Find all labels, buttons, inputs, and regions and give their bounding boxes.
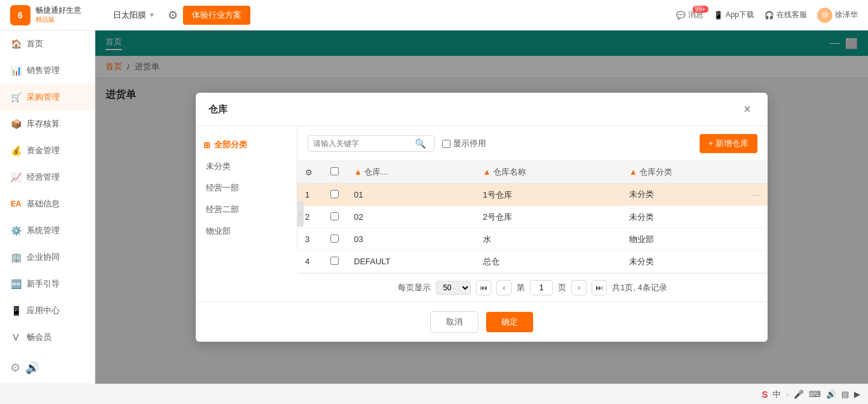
gear-settings-icon[interactable]: ⚙ bbox=[168, 8, 178, 22]
online-service-item[interactable]: 🎧 在线客服 bbox=[764, 10, 807, 20]
sidebar-label-sales: 销售管理 bbox=[27, 65, 60, 76]
mic-icon[interactable]: 🎤 bbox=[794, 389, 804, 399]
category-all-label: 全部分类 bbox=[214, 139, 247, 151]
inventory-icon: 📦 bbox=[10, 118, 22, 130]
row-checkbox-cell bbox=[323, 206, 346, 228]
logo-sub: 精品版 bbox=[36, 15, 81, 24]
s-logo-icon: S bbox=[762, 389, 768, 400]
pagination: 每页显示 50 10 20 100 ⏮ ‹ 第 页 bbox=[297, 273, 768, 302]
row-index: 3 bbox=[297, 228, 323, 250]
appcenter-icon: 📱 bbox=[10, 305, 22, 316]
user-item[interactable]: 徐 徐泽华 bbox=[817, 8, 858, 23]
finance-icon: 💰 bbox=[10, 145, 22, 156]
sidebar-item-sales[interactable]: 📊 销售管理 bbox=[0, 57, 95, 84]
modal-header: 仓库 × bbox=[196, 93, 768, 126]
category-item-0[interactable]: 未分类 bbox=[196, 156, 297, 177]
settings-bottom-icon[interactable]: ⚙ bbox=[10, 361, 20, 375]
th-code: ▲ 仓库... bbox=[346, 161, 475, 184]
category-item-2[interactable]: 经营二部 bbox=[196, 199, 297, 220]
select-all-checkbox[interactable] bbox=[330, 167, 339, 175]
collapse-chevron-icon: ‹ bbox=[300, 211, 302, 217]
sidebar-item-appcenter[interactable]: 📱 应用中心 bbox=[0, 297, 95, 324]
logo-area: 6 畅捷通好生意 精品版 bbox=[10, 5, 105, 25]
sidebar-label-enterprise: 企业协同 bbox=[27, 252, 60, 263]
sidebar-item-guide[interactable]: 🆕 新手引导 bbox=[0, 271, 95, 297]
th-checkbox bbox=[323, 161, 346, 184]
sidebar-item-purchase[interactable]: 🛒 采购管理 bbox=[0, 84, 95, 111]
cancel-button[interactable]: 取消 bbox=[430, 311, 478, 333]
sidebar-item-basic[interactable]: EA 基础信息 bbox=[0, 191, 95, 217]
sidebar-label-guide: 新手引导 bbox=[27, 278, 60, 290]
warehouse-modal: 仓库 × ⊞ 全部分类 未分类 经营一部 经营 bbox=[196, 93, 768, 342]
search-input[interactable] bbox=[313, 139, 415, 148]
category-collapse-button[interactable]: ‹ bbox=[297, 201, 304, 227]
page-input[interactable] bbox=[530, 280, 553, 295]
sidebar-item-member[interactable]: V 畅会员 bbox=[0, 324, 95, 351]
speaker-icon[interactable]: 🔊 bbox=[826, 389, 836, 399]
table-row: 4 DEFAULT 总仓 未分类 bbox=[297, 250, 768, 273]
modal-overlay: 仓库 × ⊞ 全部分类 未分类 经营一部 经营 bbox=[95, 30, 868, 404]
search-box: 🔍 bbox=[308, 135, 435, 152]
store-selector[interactable]: 日太阳膜 ▼ bbox=[105, 10, 163, 21]
sidebar-label-appcenter: 应用中心 bbox=[27, 305, 60, 316]
add-warehouse-button[interactable]: + 新增仓库 bbox=[700, 134, 757, 153]
modal-close-button[interactable]: × bbox=[740, 102, 755, 117]
sidebar-item-home[interactable]: 🏠 首页 bbox=[0, 30, 95, 57]
th-name: ▲ 仓库名称 bbox=[475, 161, 621, 184]
row-code: 02 bbox=[346, 206, 475, 228]
sidebar-label-member: 畅会员 bbox=[27, 332, 51, 343]
try-industry-button[interactable]: 体验行业方案 bbox=[183, 6, 250, 25]
row-checkbox[interactable] bbox=[330, 190, 339, 198]
store-name: 日太阳膜 bbox=[113, 10, 146, 21]
grid-icon[interactable]: ▤ bbox=[841, 389, 849, 399]
sidebar-item-inventory[interactable]: 📦 库存核算 bbox=[0, 111, 95, 137]
category-all[interactable]: ⊞ 全部分类 bbox=[196, 134, 297, 156]
guide-icon: 🆕 bbox=[10, 278, 22, 290]
modal-title: 仓库 bbox=[208, 104, 227, 116]
sidebar-item-system[interactable]: ⚙️ 系统管理 bbox=[0, 217, 95, 244]
sidebar: 🏠 首页 📊 销售管理 🛒 采购管理 📦 库存核算 💰 资金管理 📈 经营管理 … bbox=[0, 30, 95, 404]
avatar: 徐 bbox=[817, 8, 832, 23]
table-row: 2 02 2号仓库 未分类 bbox=[297, 206, 768, 228]
notification-item[interactable]: 💬 消息 99+ bbox=[676, 10, 703, 20]
prev-page-button[interactable]: ‹ bbox=[496, 280, 512, 295]
system-icon: ⚙️ bbox=[10, 225, 22, 236]
home-icon: 🏠 bbox=[10, 38, 22, 50]
sidebar-label-operation: 经营管理 bbox=[27, 172, 60, 183]
confirm-button[interactable]: 确定 bbox=[486, 312, 533, 332]
category-item-3[interactable]: 物业部 bbox=[196, 220, 297, 242]
last-page-button[interactable]: ⏭ bbox=[592, 280, 607, 295]
category-all-icon: ⊞ bbox=[203, 140, 210, 150]
keyboard-icon[interactable]: ⌨ bbox=[809, 389, 821, 399]
row-category: 未分类 bbox=[621, 250, 768, 273]
sidebar-item-operation[interactable]: 📈 经营管理 bbox=[0, 164, 95, 191]
next-page-button[interactable]: › bbox=[571, 280, 587, 295]
row-checkbox[interactable] bbox=[330, 212, 339, 220]
page-size-label: 每页显示 bbox=[398, 282, 431, 293]
row-category: 物业部 bbox=[621, 228, 768, 250]
app-download-label: App下载 bbox=[726, 10, 754, 20]
zh-input-icon[interactable]: 中 bbox=[773, 389, 781, 400]
category-item-1[interactable]: 经营一部 bbox=[196, 177, 297, 199]
row-checkbox[interactable] bbox=[330, 234, 339, 243]
sidebar-item-enterprise[interactable]: 🏢 企业协同 bbox=[0, 244, 95, 271]
table-row: 1 01 1号仓库 未分类 ··· bbox=[297, 184, 768, 206]
sidebar-item-finance[interactable]: 💰 资金管理 bbox=[0, 137, 95, 164]
app-download-item[interactable]: 📱 App下载 bbox=[714, 10, 754, 20]
modal-footer: 取消 确定 bbox=[196, 302, 768, 342]
gear-col-icon[interactable]: ⚙ bbox=[305, 168, 313, 177]
row-checkbox[interactable] bbox=[330, 257, 339, 265]
sound-bottom-icon[interactable]: 🔊 bbox=[25, 361, 39, 375]
store-arrow-icon: ▼ bbox=[149, 11, 155, 18]
total-info: 共1页, 4条记录 bbox=[612, 282, 667, 293]
first-page-button[interactable]: ⏮ bbox=[476, 280, 491, 295]
online-service-label: 在线客服 bbox=[776, 10, 807, 20]
th-gear: ⚙ bbox=[297, 161, 323, 184]
search-icon[interactable]: 🔍 bbox=[415, 138, 426, 149]
row-actions-icon[interactable]: ··· bbox=[753, 190, 760, 199]
play-icon[interactable]: ▶ bbox=[854, 389, 860, 399]
purchase-icon: 🛒 bbox=[10, 91, 22, 103]
sort-icon: ▲ bbox=[354, 167, 362, 177]
page-size-select[interactable]: 50 10 20 100 bbox=[436, 281, 471, 295]
show-disabled-checkbox[interactable] bbox=[442, 140, 451, 148]
